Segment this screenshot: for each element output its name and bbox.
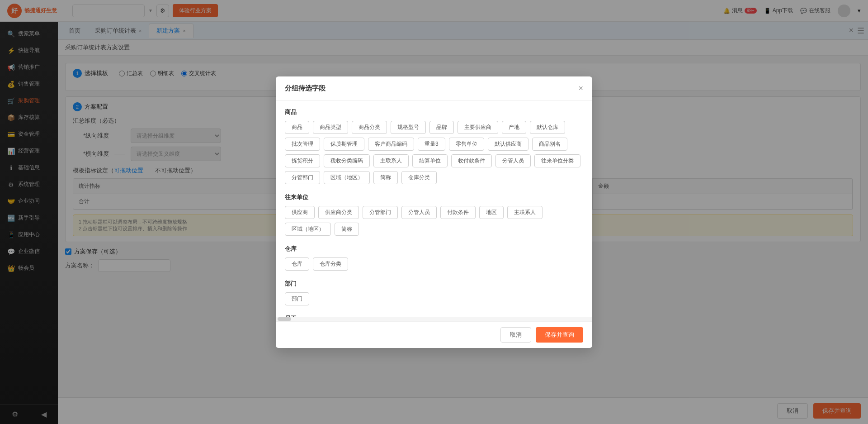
field-tag-dept[interactable]: 部门 — [285, 292, 309, 305]
field-tag-warehouse-category[interactable]: 仓库分类 — [401, 171, 437, 184]
field-tag-default-supplier[interactable]: 默认供应商 — [488, 138, 528, 151]
field-tag-batch-mgmt[interactable]: 批次管理 — [285, 138, 320, 151]
field-tag-weight[interactable]: 重量3 — [418, 138, 445, 151]
scroll-thumb[interactable] — [278, 317, 291, 321]
field-tag-payment-cond[interactable]: 付款条件 — [440, 206, 476, 219]
field-tag-dept-p[interactable]: 分管部门 — [363, 206, 398, 219]
field-tag-main-contact[interactable]: 主联系人 — [373, 154, 409, 167]
field-tag-tax-code[interactable]: 税收分类编码 — [324, 154, 370, 167]
field-tag-default-warehouse[interactable]: 默认仓库 — [530, 121, 565, 134]
field-tag-warehouse-cat[interactable]: 仓库分类 — [313, 257, 348, 271]
warehouse-section-title: 仓库 — [285, 245, 583, 253]
dialog: 分组待选字段 × 商品 商品 商品类型 商品分类 规格型号 品牌 主要供应商 产… — [276, 76, 592, 348]
field-tag-contact-p[interactable]: 主联系人 — [507, 206, 542, 219]
field-tag-short-name[interactable]: 简称 — [373, 171, 398, 184]
field-tag-settlement-unit[interactable]: 结算单位 — [412, 154, 448, 167]
goods-section-title: 商品 — [285, 108, 583, 116]
field-tag-goods-category[interactable]: 商品分类 — [352, 121, 387, 134]
field-tag-manager[interactable]: 分管人员 — [495, 154, 531, 167]
dialog-title: 分组待选字段 — [285, 84, 326, 93]
field-tag-goods[interactable]: 商品 — [285, 121, 309, 134]
field-tag-partner-category[interactable]: 往来单位分类 — [534, 154, 580, 167]
dialog-confirm-button[interactable]: 保存并查询 — [536, 327, 583, 343]
dialog-body: 商品 商品 商品类型 商品分类 规格型号 品牌 主要供应商 产地 默认仓库 批次… — [276, 101, 592, 317]
goods-tags: 商品 商品类型 商品分类 规格型号 品牌 主要供应商 产地 默认仓库 批次管理 … — [285, 121, 583, 184]
warehouse-tags: 仓库 仓库分类 — [285, 257, 583, 271]
field-tag-retail-unit[interactable]: 零售单位 — [449, 138, 484, 151]
field-section-dept: 部门 部门 — [285, 280, 583, 305]
dialog-overlay[interactable]: 分组待选字段 × 商品 商品 商品类型 商品分类 规格型号 品牌 主要供应商 产… — [0, 0, 868, 424]
field-tag-main-supplier[interactable]: 主要供应商 — [458, 121, 498, 134]
field-tag-region[interactable]: 区域（地区） — [324, 171, 370, 184]
field-tag-pick-score[interactable]: 拣货积分 — [285, 154, 320, 167]
field-tag-supplier-category[interactable]: 供应商分类 — [318, 206, 359, 219]
field-tag-warehouse[interactable]: 仓库 — [285, 257, 309, 271]
dialog-scroll-bottom — [276, 317, 592, 321]
field-tag-manager-p[interactable]: 分管人员 — [401, 206, 437, 219]
dialog-header: 分组待选字段 × — [276, 76, 592, 101]
dialog-cancel-button[interactable]: 取消 — [500, 327, 531, 343]
field-tag-supplier[interactable]: 供应商 — [285, 206, 315, 219]
field-tag-region2-p[interactable]: 区域（地区） — [285, 223, 331, 236]
field-tag-goods-alias[interactable]: 商品别名 — [532, 138, 567, 151]
field-section-warehouse: 仓库 仓库 仓库分类 — [285, 245, 583, 271]
partner-section-title: 往来单位 — [285, 193, 583, 201]
field-tag-expiry-mgmt[interactable]: 保质期管理 — [324, 138, 364, 151]
field-tag-brand[interactable]: 品牌 — [429, 121, 454, 134]
dialog-close-button[interactable]: × — [578, 84, 583, 93]
dept-tags: 部门 — [285, 292, 583, 305]
field-tag-origin[interactable]: 产地 — [502, 121, 526, 134]
field-tag-goods-type[interactable]: 商品类型 — [313, 121, 348, 134]
field-section-partner: 往来单位 供应商 供应商分类 分管部门 分管人员 付款条件 地区 主联系人 区域… — [285, 193, 583, 236]
field-tag-payment-terms[interactable]: 收付款条件 — [451, 154, 492, 167]
field-tag-dept-in-charge[interactable]: 分管部门 — [285, 171, 320, 184]
field-section-goods: 商品 商品 商品类型 商品分类 规格型号 品牌 主要供应商 产地 默认仓库 批次… — [285, 108, 583, 184]
dialog-footer: 取消 保存并查询 — [276, 321, 592, 348]
field-tag-spec[interactable]: 规格型号 — [391, 121, 426, 134]
partner-tags: 供应商 供应商分类 分管部门 分管人员 付款条件 地区 主联系人 区域（地区） … — [285, 206, 583, 236]
field-tag-region-p[interactable]: 地区 — [479, 206, 504, 219]
field-tag-short-p[interactable]: 简称 — [335, 223, 359, 236]
dept-section-title: 部门 — [285, 280, 583, 288]
field-tag-customer-code[interactable]: 客户商品编码 — [368, 138, 414, 151]
